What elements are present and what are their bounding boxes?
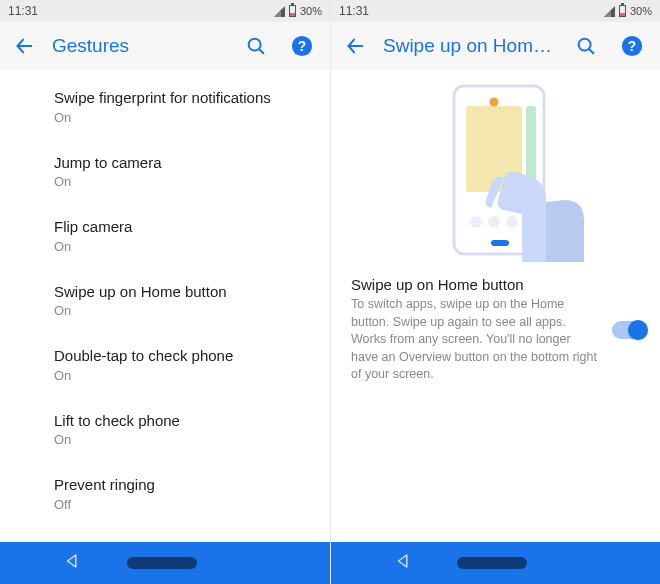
settings-list: Swipe fingerprint for notifications On J… xyxy=(0,70,330,542)
clock: 11:31 xyxy=(339,4,369,18)
svg-line-7 xyxy=(589,49,593,53)
svg-line-2 xyxy=(259,49,263,53)
page-title: Gestures xyxy=(52,35,228,57)
svg-text:?: ? xyxy=(628,39,636,54)
page-title: Swipe up on Home butt… xyxy=(383,35,558,57)
status-icons: 30% xyxy=(604,5,652,17)
search-icon xyxy=(575,35,597,57)
status-bar: 11:31 30% xyxy=(0,0,330,22)
app-bar: Swipe up on Home butt… ? xyxy=(331,22,660,70)
app-bar: Gestures ? xyxy=(0,22,330,70)
svg-point-14 xyxy=(470,216,482,228)
setting-swipe-fingerprint[interactable]: Swipe fingerprint for notifications On xyxy=(0,74,330,139)
setting-title: Swipe up on Home button xyxy=(54,282,312,302)
setting-title: Jump to camera xyxy=(54,153,312,173)
clock: 11:31 xyxy=(8,4,38,18)
arrow-left-icon xyxy=(13,35,35,57)
nav-back-button[interactable] xyxy=(63,552,81,574)
setting-prevent-ringing[interactable]: Prevent ringing Off xyxy=(0,461,330,526)
svg-rect-18 xyxy=(491,240,509,246)
status-bar: 11:31 30% xyxy=(331,0,660,22)
setting-status: On xyxy=(54,110,312,125)
back-button[interactable] xyxy=(337,28,373,64)
help-icon: ? xyxy=(291,35,313,57)
nav-home-pill[interactable] xyxy=(457,557,527,569)
svg-point-16 xyxy=(506,216,518,228)
help-icon: ? xyxy=(621,35,643,57)
battery-percent: 30% xyxy=(300,5,322,17)
setting-status: On xyxy=(54,368,312,383)
screen-gestures: 11:31 30% Gestures ? Swipe fingerprint f… xyxy=(0,0,330,584)
setting-status: On xyxy=(54,239,312,254)
triangle-back-icon xyxy=(394,552,412,570)
battery-icon xyxy=(619,5,626,17)
setting-status: On xyxy=(54,303,312,318)
setting-lift-to-check[interactable]: Lift to check phone On xyxy=(0,397,330,462)
setting-title: Swipe fingerprint for notifications xyxy=(54,88,312,108)
toggle-swipe-home[interactable] xyxy=(612,321,646,339)
setting-status: On xyxy=(54,432,312,447)
setting-title: Lift to check phone xyxy=(54,411,312,431)
detail-description: To switch apps, swipe up on the Home but… xyxy=(351,296,600,384)
svg-point-15 xyxy=(488,216,500,228)
illustration xyxy=(331,74,660,266)
nav-home-pill[interactable] xyxy=(127,557,197,569)
navigation-bar xyxy=(0,542,330,584)
battery-icon xyxy=(289,5,296,17)
search-button[interactable] xyxy=(238,28,274,64)
search-icon xyxy=(245,35,267,57)
back-button[interactable] xyxy=(6,28,42,64)
battery-percent: 30% xyxy=(630,5,652,17)
detail-row: Swipe up on Home button To switch apps, … xyxy=(331,266,660,394)
setting-double-tap[interactable]: Double-tap to check phone On xyxy=(0,332,330,397)
setting-title: Double-tap to check phone xyxy=(54,346,312,366)
screen-swipe-home-detail: 11:31 30% Swipe up on Home butt… ? xyxy=(330,0,660,584)
phone-hand-illustration-icon xyxy=(396,82,596,262)
nav-back-button[interactable] xyxy=(394,552,412,574)
arrow-left-icon xyxy=(344,35,366,57)
setting-title: Flip camera xyxy=(54,217,312,237)
setting-status: Off xyxy=(54,497,312,512)
triangle-back-icon xyxy=(63,552,81,570)
search-button[interactable] xyxy=(568,28,604,64)
help-button[interactable]: ? xyxy=(614,28,650,64)
svg-text:?: ? xyxy=(298,39,306,54)
navigation-bar xyxy=(331,542,660,584)
signal-icon xyxy=(274,6,285,17)
setting-title: Prevent ringing xyxy=(54,475,312,495)
setting-jump-to-camera[interactable]: Jump to camera On xyxy=(0,139,330,204)
setting-status: On xyxy=(54,174,312,189)
status-icons: 30% xyxy=(274,5,322,17)
help-button[interactable]: ? xyxy=(284,28,320,64)
setting-swipe-home[interactable]: Swipe up on Home button On xyxy=(0,268,330,333)
signal-icon xyxy=(604,6,615,17)
setting-flip-camera[interactable]: Flip camera On xyxy=(0,203,330,268)
detail-content: Swipe up on Home button To switch apps, … xyxy=(331,70,660,542)
detail-text: Swipe up on Home button To switch apps, … xyxy=(351,276,600,384)
detail-title: Swipe up on Home button xyxy=(351,276,600,293)
svg-point-12 xyxy=(489,98,498,107)
